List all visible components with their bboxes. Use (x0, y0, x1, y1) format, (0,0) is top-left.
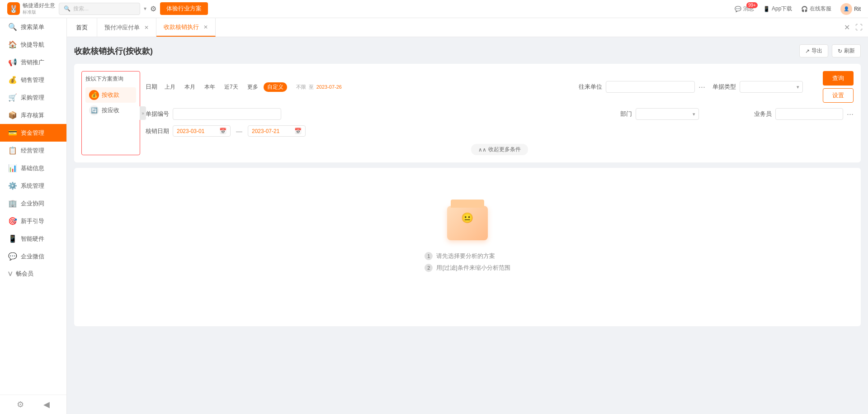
sidebar-item-wechat[interactable]: 💬 企业微信 (0, 247, 66, 265)
salesperson-label: 业务员 (754, 110, 772, 118)
top-bar-left: 🐰 畅捷通好生意 标准版 🔍 搜索... ▾ ⚙ 体验行业方案 (7, 2, 735, 15)
voucher-type-select-wrap (740, 81, 803, 93)
receivable-option-icon: 🔄 (89, 105, 99, 115)
writeoff-date-to-input[interactable] (252, 128, 292, 134)
top-bar-right: 💬 消息 99+ 📱 App下载 🎧 在线客服 👤 Rit (735, 3, 861, 15)
tab-close-prepay[interactable]: ✕ (144, 24, 149, 31)
collapse-more-row: ∧∧ 收起更多条件 (146, 144, 854, 155)
online-service-item[interactable]: 🎧 在线客服 (801, 5, 831, 13)
solution-btn[interactable]: 体验行业方案 (160, 2, 208, 15)
date-last-7-days[interactable]: 近7天 (221, 82, 242, 92)
tab-close-window-btn[interactable]: ✕ (842, 21, 852, 33)
voucher-type-select[interactable] (740, 81, 803, 93)
writeoff-date-from-input[interactable] (177, 128, 217, 134)
filter-form: 日期 上月 本月 本年 近7天 更多 自定义 不限 至 2023 (146, 71, 854, 155)
sidebar-item-sales[interactable]: 💰 销售管理 (0, 71, 66, 89)
partner-input[interactable] (606, 81, 695, 93)
tab-prepay[interactable]: 预付冲应付单 ✕ (97, 18, 156, 37)
empty-tip-1: 1 请先选择要分析的方案 (425, 252, 510, 260)
filter-options-panel: 按以下方案查询 💰 按收款 🔄 按应收 » (81, 71, 140, 155)
sidebar-settings-btn[interactable]: ⚙ (17, 400, 24, 409)
salesperson-input[interactable] (775, 108, 843, 120)
tab-receipt-writeoff[interactable]: 收款核销执行 ✕ (156, 18, 216, 37)
empty-state: 😐 1 请先选择要分析的方案 2 用[过滤]条件来缩小分析范围 (425, 168, 510, 290)
voucher-no-field: 单据编号 (146, 108, 281, 120)
purchase-icon: 🛒 (8, 93, 17, 102)
finance-icon: 💳 (8, 128, 17, 137)
export-btn[interactable]: ↗ 导出 (799, 44, 828, 57)
settings-btn[interactable]: 设置 (823, 88, 854, 103)
sidebar-item-marketing[interactable]: 📢 营销推广 (0, 53, 66, 71)
sidebar-item-search[interactable]: 🔍 搜索菜单 (0, 18, 66, 36)
sidebar-item-finance[interactable]: 💳 资金管理 (0, 124, 66, 142)
filter-collapse-btn[interactable]: » (140, 106, 146, 120)
brand: 🐰 畅捷通好生意 标准版 (7, 2, 55, 15)
sidebar-item-newbie[interactable]: 🎯 新手引导 (0, 212, 66, 230)
search-bar[interactable]: 🔍 搜索... (59, 3, 140, 15)
member-icon: Ⅴ (8, 271, 12, 277)
headset-icon: 🎧 (801, 6, 808, 12)
writeoff-date-label: 核销日期 (146, 127, 169, 135)
date-last-month[interactable]: 上月 (161, 82, 179, 92)
page-content: 收款核销执行(按收款) ↗ 导出 ↻ 刷新 按以下方案查询 💰 按收款 (67, 37, 868, 414)
filter-panel: 按以下方案查询 💰 按收款 🔄 按应收 » 日期 (74, 64, 861, 162)
quick-dates: 上月 本月 本年 近7天 更多 自定义 (161, 82, 287, 92)
topbar-gear-icon[interactable]: ⚙ (150, 5, 156, 13)
message-icon-item[interactable]: 💬 消息 99+ (735, 5, 754, 13)
empty-tip-2: 2 用[过滤]条件来缩小分析范围 (425, 264, 510, 272)
sidebar-item-purchase[interactable]: 🛒 采购管理 (0, 89, 66, 106)
marketing-icon: 📢 (8, 58, 17, 67)
business-icon: 📋 (8, 146, 17, 155)
collapse-more-btn[interactable]: ∧∧ 收起更多条件 (471, 144, 528, 155)
voucher-type-label: 单据类型 (712, 83, 736, 91)
sidebar-item-system[interactable]: ⚙️ 系统管理 (0, 177, 66, 195)
basic-info-icon: 📊 (8, 164, 17, 172)
date-label: 日期 (146, 83, 157, 91)
main-content: 首页 预付冲应付单 ✕ 收款核销执行 ✕ ✕ ⛶ 收款核销执行(按收款) ↗ 导… (67, 18, 868, 414)
sidebar-collapse-btn[interactable]: ◀ (43, 400, 50, 409)
date-more[interactable]: 更多 (244, 82, 262, 92)
voucher-no-input[interactable] (173, 108, 281, 120)
mobile-icon: 📱 (763, 6, 770, 12)
department-select-wrap (636, 108, 699, 120)
page-header: 收款核销执行(按收款) ↗ 导出 ↻ 刷新 (74, 44, 861, 57)
partner-dots-btn[interactable]: ··· (698, 83, 705, 91)
salesperson-dots-btn[interactable]: ··· (847, 110, 854, 118)
newbie-icon: 🎯 (8, 217, 17, 225)
department-field: 部门 (620, 108, 747, 120)
date-this-month[interactable]: 本月 (181, 82, 199, 92)
sidebar: 🔍 搜索菜单 🏠 快捷导航 📢 营销推广 💰 销售管理 🛒 采购管理 📦 库存核… (0, 18, 67, 414)
calendar-to-icon[interactable]: 📅 (294, 128, 302, 134)
writeoff-date-to-wrap: 📅 (248, 125, 306, 137)
app-download-item[interactable]: 📱 App下载 (763, 5, 792, 13)
inventory-icon: 📦 (8, 111, 17, 119)
date-this-year[interactable]: 本年 (201, 82, 219, 92)
sidebar-item-business[interactable]: 📋 经营管理 (0, 142, 66, 159)
date-custom-active[interactable]: 自定义 (264, 82, 287, 92)
tab-home[interactable]: 首页 (67, 18, 97, 37)
voucher-type-field: 单据类型 (712, 81, 812, 93)
refresh-btn[interactable]: ↻ 刷新 (832, 44, 861, 57)
message-icon: 💬 (735, 6, 741, 12)
sidebar-item-member[interactable]: Ⅴ 畅会员 (0, 265, 66, 282)
query-btn[interactable]: 查询 (823, 71, 854, 86)
filter-option-by-receipt[interactable]: 💰 按收款 (85, 87, 136, 103)
sidebar-item-quick-nav[interactable]: 🏠 快捷导航 (0, 36, 66, 53)
sidebar-item-hardware[interactable]: 📱 智能硬件 (0, 230, 66, 247)
tab-expand-btn[interactable]: ⛶ (854, 22, 864, 33)
top-bar: 🐰 畅捷通好生意 标准版 🔍 搜索... ▾ ⚙ 体验行业方案 💬 消息 99+… (0, 0, 868, 18)
calendar-from-icon[interactable]: 📅 (219, 128, 226, 134)
refresh-icon: ↻ (838, 48, 842, 54)
user-info[interactable]: 👤 Rit (840, 3, 861, 15)
search-menu-icon: 🔍 (8, 23, 17, 31)
tab-close-receipt[interactable]: ✕ (203, 24, 208, 30)
sidebar-item-basic-info[interactable]: 📊 基础信息 (0, 159, 66, 177)
writeoff-date-field: 核销日期 📅 — 📅 (146, 125, 306, 137)
search-dropdown-icon[interactable]: ▾ (144, 5, 146, 12)
filter-option-by-receivable[interactable]: 🔄 按应收 (85, 103, 136, 118)
hardware-icon: 📱 (8, 234, 17, 243)
sidebar-item-inventory[interactable]: 📦 库存核算 (0, 106, 66, 124)
department-label: 部门 (620, 110, 632, 118)
department-select[interactable] (636, 108, 699, 120)
sidebar-item-enterprise[interactable]: 🏢 企业协同 (0, 195, 66, 212)
